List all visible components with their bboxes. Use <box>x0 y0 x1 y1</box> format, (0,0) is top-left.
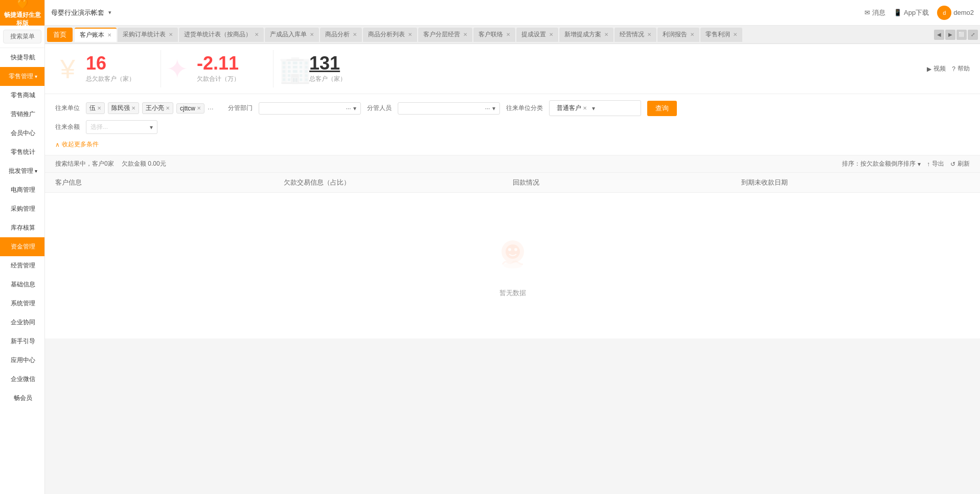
tab-close-icon[interactable]: ✕ <box>733 32 737 37</box>
tab-close-icon[interactable]: ✕ <box>463 32 467 37</box>
tab-commission-setting[interactable]: 提成设置 ✕ <box>516 28 558 42</box>
sidebar-item-basic-info[interactable]: 基础信息 <box>0 275 44 294</box>
balance-label: 往来余额 <box>55 123 80 131</box>
tab-product-analysis-list[interactable]: 商品分析列表 ✕ <box>363 28 417 42</box>
sidebar-item-wechat[interactable]: 企业微信 <box>0 370 44 389</box>
sidebar-item-quick-nav[interactable]: 快捷导航 <box>0 48 44 67</box>
balance-select[interactable]: 选择... ▾ <box>86 120 157 134</box>
tab-purchase-order[interactable]: 采购订单统计表 ✕ <box>118 28 178 42</box>
stat3-bg-icon: 🏢 <box>279 53 312 84</box>
tab-close-icon[interactable]: ✕ <box>353 32 357 37</box>
company-dropdown[interactable]: ▾ <box>108 9 111 16</box>
col-customer-info: 客户信息 <box>55 178 284 187</box>
tab-label: 商品分析 <box>325 30 350 39</box>
tag2-close[interactable]: ✕ <box>131 105 135 111</box>
sidebar-item-member[interactable]: 会员中心 <box>0 124 44 143</box>
tab-add-commission[interactable]: 新增提成方案 ✕ <box>559 28 613 42</box>
tab-close-icon[interactable]: ✕ <box>506 32 510 37</box>
export-button[interactable]: ↑ 导出 <box>927 160 944 168</box>
stat1-label: 总欠款客户（家） <box>86 75 135 83</box>
tag3-close[interactable]: ✕ <box>166 105 170 111</box>
refresh-button[interactable]: ↺ 刷新 <box>950 160 970 168</box>
help-button[interactable]: ? 帮助 <box>952 64 970 73</box>
tab-close-icon[interactable]: ✕ <box>107 32 111 38</box>
sidebar-item-retail[interactable]: 零售管理 ▾ <box>0 67 44 86</box>
empty-text: 暂无数据 <box>499 288 526 298</box>
tab-close-icon[interactable]: ✕ <box>408 32 412 37</box>
unit-class-tag-close[interactable]: ✕ <box>583 105 587 111</box>
collapse-button[interactable]: ∧ 收起更多条件 <box>55 140 970 149</box>
sidebar-item-guide[interactable]: 新手引导 <box>0 332 44 351</box>
dept-label: 分管部门 <box>228 104 253 113</box>
tab-label: 客户联络 <box>478 30 503 39</box>
sidebar-item-purchase[interactable]: 采购管理 <box>0 199 44 218</box>
table-area: 客户信息 欠款交易信息（占比） 回款情况 到期未收款日期 <box>45 173 980 339</box>
sidebar-item-operation[interactable]: 经营管理 <box>0 256 44 275</box>
sidebar-item-retail-stats[interactable]: 零售统计 <box>0 143 44 162</box>
sort-select[interactable]: 排序：按欠款金额倒序排序 ▾ <box>842 160 921 168</box>
sidebar-item-app-center[interactable]: 应用中心 <box>0 351 44 370</box>
tab-home[interactable]: 首页 <box>47 28 73 42</box>
dept-more-icon: ··· <box>346 105 351 112</box>
stat-total-clients: 🏢 131 总客户（家） <box>274 50 372 87</box>
debt-amount-text: 欠款金额 0.00元 <box>122 160 166 167</box>
sidebar-item-ecommerce[interactable]: 电商管理 <box>0 181 44 199</box>
tab-fullscreen-icon[interactable]: ⤢ <box>968 30 978 40</box>
person-select[interactable]: ··· ▾ <box>398 102 500 115</box>
tab-profit-report[interactable]: 利润报告 ✕ <box>657 28 699 42</box>
tab-retail-profit[interactable]: 零售利润 ✕ <box>700 28 742 42</box>
user-avatar-area[interactable]: d demo2 <box>937 6 974 20</box>
sidebar-item-finance[interactable]: 资金管理 <box>0 237 44 256</box>
stat2-label: 欠款合计（万） <box>197 75 247 83</box>
tab-customer-contact[interactable]: 客户联络 ✕ <box>473 28 515 42</box>
filter-tag-4: cjttcw ✕ <box>176 103 204 114</box>
tab-close-icon[interactable]: ✕ <box>604 32 608 37</box>
tab-close-icon[interactable]: ✕ <box>310 32 314 37</box>
collapse-icon: ∧ <box>55 141 60 148</box>
tab-label: 利润报告 <box>663 30 687 39</box>
tab-business[interactable]: 经营情况 ✕ <box>614 28 656 42</box>
query-button[interactable]: 查询 <box>647 101 677 116</box>
tab-prev-arrow[interactable]: ◀ <box>934 30 944 40</box>
tab-close-icon[interactable]: ✕ <box>690 32 694 37</box>
tab-close-icon[interactable]: ✕ <box>647 32 651 37</box>
search-menu-button[interactable]: 搜索菜单 <box>3 30 41 43</box>
filter-more-btn[interactable]: ··· <box>208 104 214 113</box>
tab-goods-in[interactable]: 进货单统计表（按商品） ✕ <box>179 28 264 42</box>
export-icon: ↑ <box>927 161 930 168</box>
tab-close-icon[interactable]: ✕ <box>169 32 173 37</box>
tab-close-icon[interactable]: ✕ <box>549 32 553 37</box>
tab-product-analysis[interactable]: 商品分析 ✕ <box>320 28 362 42</box>
tab-expand-arrow[interactable]: ⬜ <box>956 30 967 40</box>
tab-customer-layer[interactable]: 客户分层经营 ✕ <box>418 28 472 42</box>
tag1-close[interactable]: ✕ <box>97 105 101 111</box>
sidebar-search-area: 搜索菜单 <box>0 26 44 48</box>
tab-customer-ledger[interactable]: 客户账本 ✕ <box>75 28 117 42</box>
tab-next-arrow[interactable]: ▶ <box>945 30 955 40</box>
stat-total-customers: ¥ 16 总欠款客户（家） <box>55 50 161 87</box>
app-download-button[interactable]: 📱 App下载 <box>894 8 929 17</box>
sidebar-item-inventory[interactable]: 库存核算 <box>0 218 44 237</box>
sidebar-item-enterprise[interactable]: 企业协同 <box>0 313 44 332</box>
unit-class-select[interactable]: 普通客户 ✕ ▾ <box>549 100 641 116</box>
sidebar-item-member2[interactable]: 畅会员 <box>0 389 44 408</box>
sidebar-item-retail-shop[interactable]: 零售商城 <box>0 86 44 105</box>
tab-close-icon[interactable]: ✕ <box>255 32 259 37</box>
sidebar-item-marketing[interactable]: 营销推广 <box>0 105 44 124</box>
tabbar-arrows: ◀ ▶ ⬜ ⤢ <box>934 30 978 40</box>
tag4-close[interactable]: ✕ <box>197 105 201 111</box>
tab-product-in[interactable]: 产成品入库单 ✕ <box>265 28 319 42</box>
tab-label: 经营情况 <box>620 30 644 39</box>
help-icon: ? <box>952 65 955 73</box>
message-button[interactable]: ✉ 消息 <box>864 8 885 17</box>
filter-tag-3: 王小亮 ✕ <box>142 102 173 114</box>
sidebar-item-wholesale[interactable]: 批发管理 ▾ <box>0 162 44 181</box>
topbar-left: 母婴行业演示帐套 ▾ <box>51 8 111 17</box>
svg-point-2 <box>508 248 511 251</box>
sidebar-item-system[interactable]: 系统管理 <box>0 294 44 313</box>
dept-dropdown-icon: ▾ <box>353 105 356 112</box>
dept-select[interactable]: ··· ▾ <box>259 102 361 115</box>
person-more-icon: ··· <box>485 105 490 112</box>
video-button[interactable]: ▶ 视频 <box>927 64 946 73</box>
tab-label: 零售利润 <box>705 30 730 39</box>
